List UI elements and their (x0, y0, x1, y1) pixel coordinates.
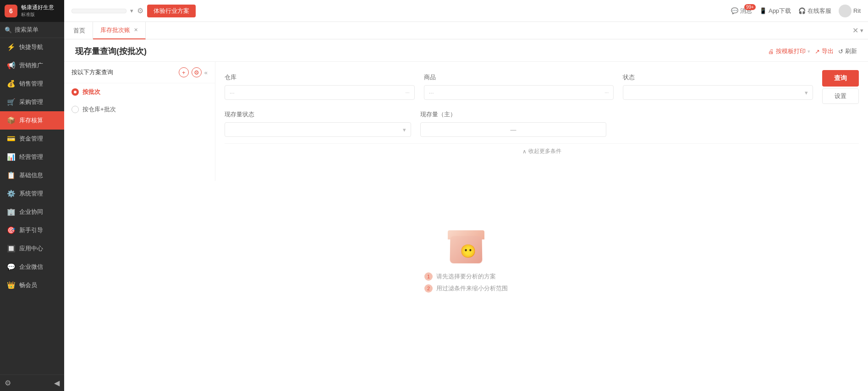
filter-group-warehouse: 仓库 ··· ··· (225, 73, 415, 100)
tabbar: 首页 库存批次账 ✕ ✕ ▾ (64, 22, 868, 39)
sidebar-item-apps[interactable]: 🔲 应用中心 (0, 239, 64, 258)
plan-add-btn[interactable]: + (179, 67, 189, 77)
sidebar-item-sales[interactable]: 💰 销售管理 (0, 75, 64, 93)
warehouse-placeholder: ··· (230, 89, 235, 96)
sidebar-search[interactable]: 🔍 搜索菜单 (0, 22, 64, 38)
sidebar-nav: ⚡ 快捷导航 📢 营销推广 💰 销售管理 🛒 采购管理 📦 库存核算 💳 资金管… (0, 38, 64, 375)
inventory-icon: 📦 (6, 116, 16, 125)
app-subtitle: 标准版 (21, 11, 54, 18)
message-icon: 💬 (731, 7, 738, 14)
filter-group-stock-qty: 现存量（主） — (420, 110, 607, 137)
sidebar-item-newbie[interactable]: 🎯 新手引导 (0, 221, 64, 239)
collapse-label: 收起更多条件 (528, 147, 561, 155)
marketing-icon: 📢 (6, 61, 16, 70)
warehouse-input[interactable]: ··· ··· (225, 85, 415, 100)
refresh-icon: ↺ (838, 48, 843, 55)
tip-text-2: 用过滤条件来缩小分析范围 (436, 284, 508, 293)
sidebar-item-purchase[interactable]: 🛒 采购管理 (0, 93, 64, 111)
sidebar-item-wechat[interactable]: 💬 企业微信 (0, 258, 64, 276)
status-select[interactable]: ▾ (623, 85, 813, 100)
sidebar-label-purchase: 采购管理 (19, 98, 43, 106)
messages-badge: 99+ (744, 4, 756, 10)
export-btn[interactable]: ↗ 导出 (815, 47, 834, 55)
sales-icon: 💰 (6, 79, 16, 88)
tab-home-label: 首页 (73, 27, 85, 35)
plan-collapse-icon[interactable]: « (204, 69, 208, 76)
print-btn[interactable]: 🖨 按模板打印 ▾ (768, 47, 810, 55)
plan-panel: 按以下方案查询 + ⚙ « 按批次 (64, 62, 215, 181)
empty-box: 😶 (450, 236, 483, 263)
app-info: 畅康通好生意 标准版 (21, 4, 54, 18)
stock-status-select[interactable]: ▾ (225, 122, 411, 137)
tab-batch-label: 库存批次账 (100, 26, 130, 34)
plan-settings-btn[interactable]: ⚙ (192, 67, 202, 77)
topbar-left: ▾ ⚙ 体验行业方案 (71, 5, 726, 17)
close-page-icon[interactable]: ✕ (852, 26, 858, 35)
app-download-label: App下载 (769, 7, 791, 15)
members-icon: 👑 (6, 281, 16, 290)
user-area[interactable]: Rit (839, 5, 861, 17)
sidebar-label-apps: 应用中心 (19, 244, 43, 253)
tab-home[interactable]: 首页 (66, 22, 93, 39)
status-dropdown-icon: ▾ (805, 89, 808, 96)
sidebar-item-marketing[interactable]: 📢 营销推广 (0, 56, 64, 75)
wechat-icon: 💬 (6, 262, 16, 272)
sidebar-header: 6 畅康通好生意 标准版 (0, 0, 64, 22)
purchase-icon: 🛒 (6, 98, 16, 107)
settings-btn[interactable]: 设置 (822, 88, 859, 104)
settings-bottom-icon[interactable]: ⚙ (5, 379, 11, 387)
range-dash: — (511, 126, 516, 133)
sidebar-item-finance[interactable]: 💳 资金管理 (0, 130, 64, 148)
plan-item-batch[interactable]: 按批次 (64, 83, 215, 101)
main-area: ▾ ⚙ 体验行业方案 💬 消息 99+ 📱 App下载 🎧 在线客服 Rit (64, 0, 868, 391)
page-actions: 🖨 按模板打印 ▾ ↗ 导出 ↺ 刷新 (768, 47, 857, 55)
tab-batch-inventory[interactable]: 库存批次账 ✕ (93, 22, 146, 39)
quick-nav-icon: ⚡ (6, 43, 16, 52)
plan-active-dot (71, 88, 79, 96)
app-download-btn[interactable]: 📱 App下载 (759, 7, 791, 15)
close-page-arrow[interactable]: ▾ (860, 27, 863, 34)
filter-group-status: 状态 ▾ (623, 73, 813, 100)
filter-group-stock-status: 现存量状态 ▾ (225, 110, 411, 137)
sidebar-item-basics[interactable]: 📋 基础信息 (0, 166, 64, 185)
enterprise-icon: 🏢 (6, 207, 16, 217)
app-logo: 6 (5, 5, 17, 17)
topbar-search-box[interactable] (71, 9, 126, 13)
print-icon: 🖨 (768, 48, 774, 55)
filter-right: 仓库 ··· ··· 商品 ··· ··· 状态 (215, 62, 868, 181)
tip-number-1: 1 (424, 272, 433, 281)
topbar-gear-icon[interactable]: ⚙ (137, 6, 143, 15)
online-service-btn[interactable]: 🎧 在线客服 (798, 7, 831, 15)
messages-btn[interactable]: 💬 消息 99+ (731, 7, 752, 15)
sidebar-bottom: ⚙ ◀ (0, 375, 64, 391)
empty-tips: 1 请先选择要分析的方案 2 用过滤条件来缩小分析范围 (424, 272, 508, 293)
refresh-label: 刷新 (845, 47, 857, 55)
experience-btn[interactable]: 体验行业方案 (147, 5, 196, 17)
export-label: 导出 (822, 47, 834, 55)
sidebar-item-operations[interactable]: 📊 经营管理 (0, 148, 64, 166)
plan-item-warehouse-batch[interactable]: 按仓库+批次 (64, 101, 215, 118)
sidebar-item-enterprise[interactable]: 🏢 企业协同 (0, 203, 64, 221)
stock-qty-label: 现存量（主） (420, 110, 607, 119)
sidebar-label-sales: 销售管理 (19, 80, 43, 88)
goods-label: 商品 (424, 73, 614, 82)
sidebar-item-members[interactable]: 👑 畅会员 (0, 276, 64, 294)
sidebar-label-operations: 经营管理 (19, 153, 43, 161)
sidebar-label-marketing: 营销推广 (19, 61, 43, 70)
apps-icon: 🔲 (6, 244, 16, 253)
service-icon: 🎧 (798, 7, 806, 14)
tab-close-icon[interactable]: ✕ (134, 27, 138, 33)
stock-qty-range[interactable]: — (420, 122, 607, 137)
goods-input[interactable]: ··· ··· (424, 85, 614, 100)
export-icon: ↗ (815, 48, 820, 55)
collapse-sidebar-icon[interactable]: ◀ (54, 379, 60, 387)
sidebar-item-system[interactable]: ⚙️ 系统管理 (0, 185, 64, 203)
basics-icon: 📋 (6, 171, 16, 180)
collapse-more-btn[interactable]: ∧ 收起更多条件 (225, 143, 859, 159)
sidebar-item-inventory[interactable]: 📦 库存核算 (0, 111, 64, 130)
query-btn[interactable]: 查询 (822, 70, 859, 87)
topbar-dropdown-icon[interactable]: ▾ (130, 7, 133, 14)
sidebar-label-basics: 基础信息 (19, 171, 43, 179)
refresh-btn[interactable]: ↺ 刷新 (838, 47, 857, 55)
sidebar-item-quick-nav[interactable]: ⚡ 快捷导航 (0, 38, 64, 56)
